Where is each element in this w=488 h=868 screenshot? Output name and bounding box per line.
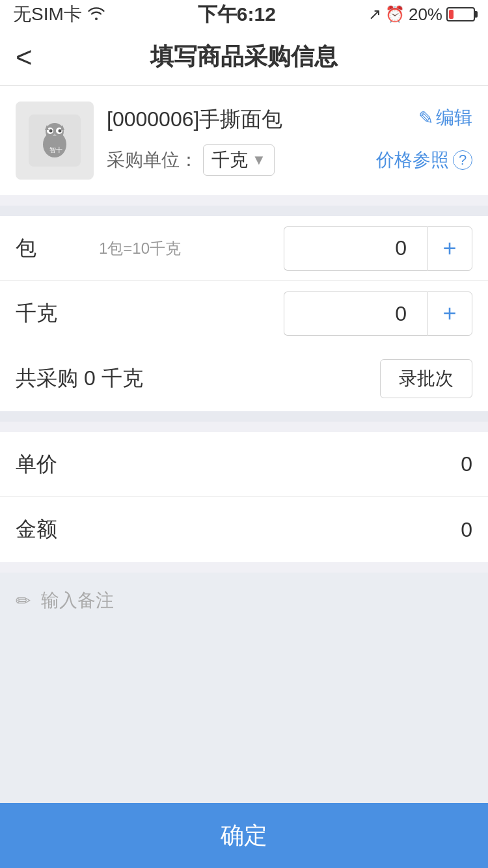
section-divider-1: [0, 206, 488, 216]
record-batch-button[interactable]: 录批次: [380, 359, 472, 398]
product-header: [0000006]手撕面包 ✎ 编辑: [107, 105, 472, 134]
edit-button[interactable]: ✎ 编辑: [418, 105, 472, 130]
carrier-text: 无SIM卡: [13, 2, 82, 27]
package-row: 包 1包=10千克 +: [0, 216, 488, 281]
kg-plus-button[interactable]: +: [427, 292, 472, 336]
record-batch-label: 录批次: [399, 368, 454, 388]
edit-label: 编辑: [436, 105, 472, 130]
dropdown-icon: ▼: [252, 152, 266, 169]
battery-percent: 20%: [409, 5, 442, 25]
svg-point-5: [49, 129, 53, 133]
price-ref-label: 价格参照: [376, 148, 449, 172]
plus-icon-kg: +: [442, 300, 456, 327]
package-sublabel: 1包=10千克: [99, 238, 181, 259]
status-right: ↗ ⏰ 20%: [368, 5, 475, 25]
main-content: 智十 [0000006]手撕面包 ✎ 编辑 采购单位： 千克 ▼: [0, 86, 488, 868]
kg-input-wrap: +: [284, 292, 472, 336]
confirm-bar[interactable]: 确定: [0, 803, 488, 868]
notes-placeholder: 输入备注: [41, 588, 114, 613]
status-time: 下午6:12: [198, 1, 276, 28]
unit-label: 采购单位：: [107, 148, 198, 172]
status-left: 无SIM卡: [13, 2, 105, 27]
product-thumbnail: 智十: [29, 115, 81, 167]
battery-icon: [446, 7, 475, 21]
product-unit-row: 采购单位： 千克 ▼ 价格参照 ?: [107, 144, 472, 176]
section-divider-2: [0, 411, 488, 422]
unit-price-value: 0: [461, 452, 472, 476]
unit-price-label: 单价: [16, 450, 57, 479]
price-section: 单价 0 金额 0: [0, 432, 488, 562]
amount-value: 0: [461, 518, 472, 542]
empty-area: [0, 629, 488, 824]
page-title: 填写商品采购信息: [150, 41, 338, 73]
svg-text:智十: 智十: [49, 146, 62, 154]
product-card: 智十 [0000006]手撕面包 ✎ 编辑 采购单位： 千克 ▼: [0, 86, 488, 195]
price-reference-button[interactable]: 价格参照 ?: [376, 148, 472, 172]
notes-section[interactable]: ✏ 输入备注: [0, 573, 488, 629]
unit-select[interactable]: 千克 ▼: [203, 144, 275, 176]
amount-row: 金额 0: [0, 497, 488, 562]
amount-label: 金额: [16, 515, 57, 544]
status-bar: 无SIM卡 下午6:12 ↗ ⏰ 20%: [0, 0, 488, 29]
plus-icon: +: [442, 235, 456, 262]
nav-bar: < 填写商品采购信息: [0, 29, 488, 86]
package-input-wrap: +: [284, 226, 472, 271]
alarm-icon: ⏰: [385, 5, 405, 23]
edit-icon: ✎: [418, 107, 433, 129]
package-plus-button[interactable]: +: [427, 226, 472, 271]
location-icon: ↗: [368, 5, 381, 23]
kg-row: 千克 +: [0, 281, 488, 346]
product-name: [0000006]手撕面包: [107, 105, 418, 134]
package-input[interactable]: [284, 226, 427, 271]
package-label: 包: [16, 234, 94, 263]
unit-price-row: 单价 0: [0, 432, 488, 497]
product-info: [0000006]手撕面包 ✎ 编辑 采购单位： 千克 ▼ 价格参照 ?: [107, 105, 472, 176]
product-image: 智十: [16, 102, 94, 180]
total-label: 共采购 0 千克: [16, 364, 143, 393]
kg-label: 千克: [16, 299, 94, 328]
help-icon: ?: [453, 150, 472, 170]
wifi-icon: [87, 4, 105, 25]
unit-value: 千克: [211, 148, 248, 172]
confirm-button-label: 确定: [221, 820, 267, 852]
back-arrow-icon: <: [16, 41, 33, 74]
unit-selector-wrap: 采购单位： 千克 ▼: [107, 144, 275, 176]
total-row: 共采购 0 千克 录批次: [0, 346, 488, 411]
kg-input[interactable]: [284, 292, 427, 336]
pencil-icon: ✏: [16, 590, 31, 612]
back-button[interactable]: <: [16, 41, 33, 74]
quantity-section: 包 1包=10千克 + 千克 +: [0, 216, 488, 346]
